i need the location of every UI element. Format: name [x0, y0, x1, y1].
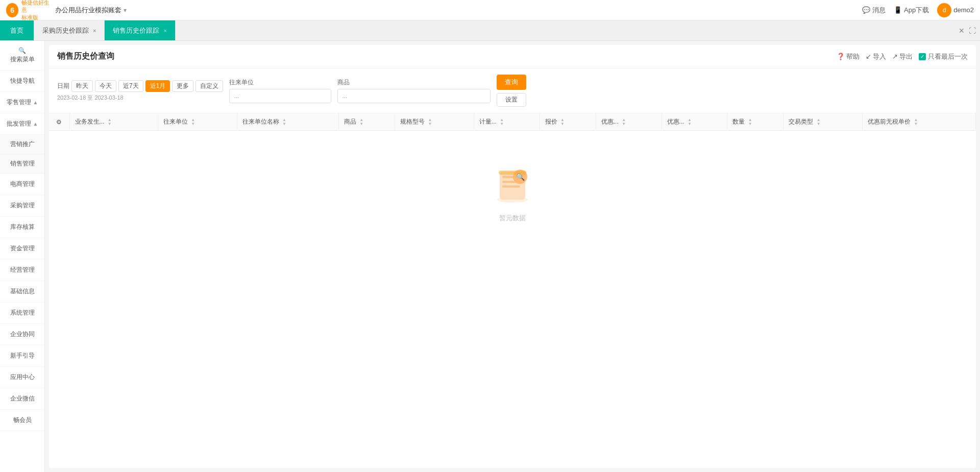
- sort-quote[interactable]: ▲ ▼: [560, 118, 565, 126]
- sidebar-item-system[interactable]: 系统管理: [0, 302, 44, 324]
- sidebar: 🔍 搜索菜单 快捷导航 零售管理 ▲ 批发管理 ▲ 营销推广 销售管理 电商管理…: [0, 41, 45, 472]
- sidebar-item-wholesale[interactable]: 批发管理 ▲: [0, 113, 44, 135]
- tabbar-controls: ✕ ⛶: [954, 20, 980, 40]
- th-product[interactable]: 商品 ▲ ▼: [338, 113, 395, 131]
- svg-rect-4: [502, 185, 520, 187]
- topbar: 6 畅捷信好生意 标准版 办公用品行业模拟账套 ▾ 💬 消息 📱 App下载 d…: [0, 0, 980, 20]
- partner-filter: 往来单位 ...: [229, 78, 331, 103]
- date-range: 2023-02-18 至 2023-03-18: [57, 94, 223, 102]
- sidebar-item-retail[interactable]: 零售管理 ▲: [0, 92, 44, 113]
- sidebar-item-purchase[interactable]: 采购管理: [0, 195, 44, 217]
- checkbox-checked-icon: ✓: [919, 53, 926, 60]
- logo-icon: 6: [6, 3, 18, 17]
- settings-button[interactable]: 设置: [497, 93, 526, 107]
- search-icon: 🔍: [18, 47, 26, 54]
- import-icon: ↙: [866, 53, 871, 60]
- th-biz-date[interactable]: 业务发生... ▲ ▼: [69, 113, 158, 131]
- avatar: d: [937, 3, 951, 17]
- chevron-up-icon: ▲: [33, 100, 38, 105]
- tabbar: 首页 采购历史价跟踪 × 销售历史价跟踪 × ✕ ⛶: [0, 20, 980, 41]
- data-table: ⚙ 业务发生... ▲ ▼ 往来单位: [49, 113, 976, 131]
- sidebar-item-basic[interactable]: 基础信息: [0, 281, 44, 302]
- date-btn-more[interactable]: 更多: [172, 80, 193, 92]
- product-filter: 商品 ...: [337, 78, 491, 103]
- help-icon: ❓: [837, 53, 845, 60]
- sort-partner-code[interactable]: ▲ ▼: [191, 118, 195, 126]
- import-btn[interactable]: ↙ 导入: [866, 52, 886, 61]
- sort-pre-tax-price[interactable]: ▲ ▼: [914, 118, 918, 126]
- message-btn[interactable]: 💬 消息: [862, 6, 886, 15]
- sidebar-item-search[interactable]: 🔍 搜索菜单: [0, 41, 44, 70]
- content-area: 销售历史价查询 ❓ 帮助 ↙ 导入 ↗ 导出 ✓: [45, 41, 980, 472]
- page: 销售历史价查询 ❓ 帮助 ↙ 导入 ↗ 导出 ✓: [49, 45, 976, 468]
- expand-icon[interactable]: ⛶: [969, 27, 976, 35]
- sort-trade-type[interactable]: ▲ ▼: [817, 118, 821, 126]
- tab-home[interactable]: 首页: [0, 20, 34, 40]
- sidebar-item-wechat[interactable]: 企业微信: [0, 388, 44, 410]
- app-download-btn[interactable]: 📱 App下载: [894, 6, 929, 15]
- empty-illustration: 🔍: [489, 161, 535, 207]
- th-spec[interactable]: 规格型号 ▲ ▼: [395, 113, 474, 131]
- th-partner-name[interactable]: 往来单位名称 ▲ ▼: [237, 113, 338, 131]
- sidebar-item-operation[interactable]: 经营管理: [0, 259, 44, 281]
- export-btn[interactable]: ↗ 导出: [892, 52, 913, 61]
- partner-input[interactable]: ...: [229, 89, 331, 103]
- account-selector[interactable]: 办公用品行业模拟账套 ▾: [55, 6, 858, 15]
- close-all-tabs-icon[interactable]: ✕: [959, 27, 965, 35]
- sort-product[interactable]: ▲ ▼: [359, 118, 363, 126]
- th-qty[interactable]: 数量 ▲ ▼: [727, 113, 783, 131]
- sort-discount1[interactable]: ▲ ▼: [622, 118, 626, 126]
- th-unit[interactable]: 计量... ▲ ▼: [474, 113, 540, 131]
- sort-unit[interactable]: ▲ ▼: [500, 118, 504, 126]
- filter-actions: 查询 设置: [497, 75, 526, 107]
- help-btn[interactable]: ❓ 帮助: [837, 52, 860, 61]
- sidebar-item-member[interactable]: 畅会员: [0, 410, 44, 431]
- page-header-actions: ❓ 帮助 ↙ 导入 ↗ 导出 ✓ 只看最后一次: [837, 52, 968, 61]
- th-partner-code[interactable]: 往来单位 ▲ ▼: [158, 113, 237, 131]
- sort-spec[interactable]: ▲ ▼: [428, 118, 432, 126]
- query-button[interactable]: 查询: [497, 75, 526, 90]
- tab-purchase-history[interactable]: 采购历史价跟踪 ×: [34, 20, 105, 40]
- topbar-right: 💬 消息 📱 App下载 d demo2: [862, 3, 974, 17]
- date-btn-7days[interactable]: 近7天: [118, 80, 143, 92]
- sidebar-item-inventory[interactable]: 库存核算: [0, 217, 44, 238]
- date-btn-custom[interactable]: 自定义: [195, 80, 223, 92]
- sidebar-item-quick-nav[interactable]: 快捷导航: [0, 70, 44, 92]
- product-input[interactable]: ...: [337, 89, 491, 103]
- sidebar-item-sales[interactable]: 销售管理: [0, 154, 44, 174]
- only-last-checkbox[interactable]: ✓ 只看最后一次: [919, 52, 968, 61]
- date-btn-today[interactable]: 今天: [95, 80, 116, 92]
- sidebar-item-marketing[interactable]: 营销推广: [0, 135, 44, 154]
- user-btn[interactable]: d demo2: [937, 3, 974, 17]
- th-settings[interactable]: ⚙: [49, 113, 69, 131]
- message-icon: 💬: [862, 6, 870, 14]
- sidebar-item-newbie[interactable]: 新手引导: [0, 345, 44, 367]
- date-btn-1month[interactable]: 近1月: [145, 80, 170, 92]
- empty-state: 🔍 暂元数据: [49, 131, 976, 253]
- product-label: 商品: [337, 78, 491, 87]
- close-sales-tab-icon[interactable]: ×: [163, 28, 166, 34]
- export-icon: ↗: [892, 53, 898, 60]
- sort-qty[interactable]: ▲ ▼: [748, 118, 752, 126]
- th-pre-tax-price[interactable]: 优惠前无税单价 ▲ ▼: [863, 113, 976, 131]
- sort-biz-date[interactable]: ▲ ▼: [108, 118, 112, 126]
- close-purchase-tab-icon[interactable]: ×: [93, 28, 96, 34]
- logo-text: 畅捷信好生意 标准版: [21, 0, 51, 21]
- sort-partner-name[interactable]: ▲ ▼: [282, 118, 286, 126]
- page-header: 销售历史价查询 ❓ 帮助 ↙ 导入 ↗ 导出 ✓: [49, 45, 976, 68]
- main-layout: 🔍 搜索菜单 快捷导航 零售管理 ▲ 批发管理 ▲ 营销推广 销售管理 电商管理…: [0, 41, 980, 472]
- th-quote[interactable]: 报价 ▲ ▼: [540, 113, 596, 131]
- tab-sales-history[interactable]: 销售历史价跟踪 ×: [105, 20, 175, 40]
- th-discount1[interactable]: 优惠... ▲ ▼: [596, 113, 662, 131]
- date-btn-yesterday[interactable]: 昨天: [71, 80, 93, 92]
- sidebar-item-enterprise[interactable]: 企业协同: [0, 324, 44, 345]
- svg-rect-7: [499, 171, 526, 175]
- sidebar-item-finance[interactable]: 资金管理: [0, 238, 44, 259]
- sidebar-item-app-center[interactable]: 应用中心: [0, 367, 44, 388]
- sidebar-item-ecom[interactable]: 电商管理: [0, 174, 44, 195]
- table-header-row: ⚙ 业务发生... ▲ ▼ 往来单位: [49, 113, 976, 131]
- sort-discount2[interactable]: ▲ ▼: [688, 118, 692, 126]
- th-discount2[interactable]: 优惠... ▲ ▼: [662, 113, 727, 131]
- th-trade-type[interactable]: 交易类型 ▲ ▼: [783, 113, 863, 131]
- chevron-down-icon: ▾: [124, 7, 127, 14]
